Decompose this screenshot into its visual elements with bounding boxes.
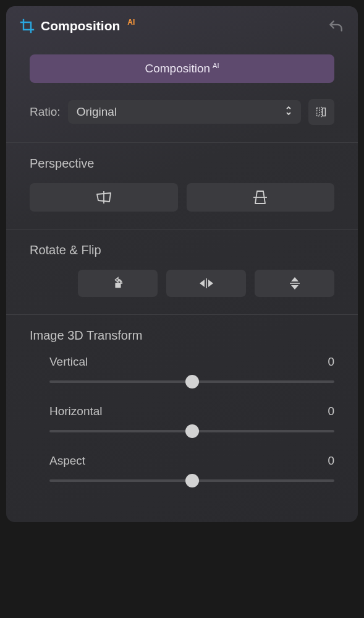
slider-thumb[interactable] [185, 375, 199, 388]
flip-horizontal-button[interactable] [166, 270, 246, 297]
orientation-button[interactable] [308, 99, 334, 125]
panel-title: Composition [41, 19, 120, 33]
ratio-row: Ratio: Original [30, 99, 334, 125]
crop-icon [20, 19, 35, 33]
undo-button[interactable] [327, 17, 344, 35]
transform3d-title: Image 3D Transform [30, 328, 334, 343]
rotate-flip-buttons [30, 270, 334, 297]
svg-rect-0 [317, 108, 320, 116]
vertical-slider-group: Vertical 0 [49, 355, 334, 388]
flip-vertical-button[interactable] [255, 270, 334, 297]
ai-badge-small: AI [213, 62, 219, 69]
perspective-title: Perspective [30, 157, 334, 171]
composition-ai-button[interactable]: Composition AI [30, 54, 334, 83]
slider-header: Aspect 0 [49, 454, 334, 468]
chevron-updown-icon [285, 105, 292, 119]
svg-rect-1 [323, 108, 326, 116]
perspective-buttons [30, 183, 334, 212]
perspective-vertical-button[interactable] [187, 183, 335, 212]
horizontal-slider-group: Horizontal 0 [49, 405, 334, 438]
ai-badge: AI [127, 18, 135, 27]
aspect-value: 0 [328, 454, 334, 468]
composition-button-label: Composition [145, 62, 210, 75]
ratio-label: Ratio: [30, 105, 61, 119]
composition-panel: Composition AI Composition AI Ratio: Ori… [6, 6, 358, 522]
panel-content: Composition AI Ratio: Original [6, 43, 358, 522]
rotate-flip-title: Rotate & Flip [30, 243, 334, 257]
slider-thumb[interactable] [185, 474, 199, 487]
transform-sliders: Vertical 0 Horizontal 0 [30, 355, 334, 487]
vertical-slider[interactable] [49, 375, 334, 388]
aspect-slider-group: Aspect 0 [49, 454, 334, 487]
ratio-value: Original [77, 105, 117, 119]
header-left: Composition AI [20, 19, 135, 33]
divider [6, 314, 358, 315]
divider [6, 142, 358, 143]
panel-header: Composition AI [6, 6, 358, 43]
vertical-label: Vertical [49, 355, 88, 369]
aspect-slider[interactable] [49, 474, 334, 487]
horizontal-value: 0 [328, 405, 334, 418]
perspective-horizontal-button[interactable] [30, 183, 178, 212]
vertical-value: 0 [328, 355, 334, 369]
divider [6, 229, 358, 230]
svg-rect-5 [115, 283, 121, 288]
slider-header: Vertical 0 [49, 355, 334, 369]
slider-header: Horizontal 0 [49, 405, 334, 418]
slider-thumb[interactable] [185, 424, 199, 438]
ratio-select[interactable]: Original [68, 100, 301, 124]
horizontal-label: Horizontal [49, 405, 103, 418]
aspect-label: Aspect [49, 454, 85, 468]
rotate-button[interactable] [78, 270, 158, 297]
horizontal-slider[interactable] [49, 424, 334, 438]
